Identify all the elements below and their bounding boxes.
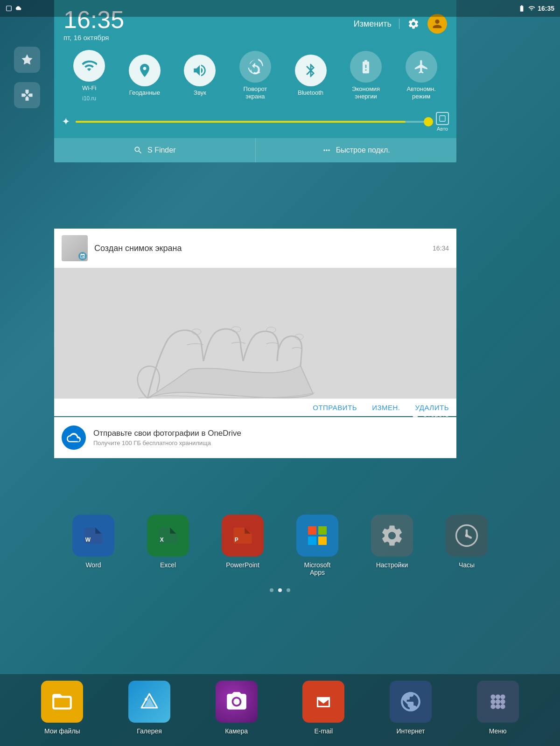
screenshot-notification[interactable]: Создан снимок экрана 16:34 (54, 229, 456, 416)
onedrive-notification[interactable]: Отправьте свои фотографии в OneDrive Пол… (54, 417, 456, 458)
brightness-auto[interactable]: Авто (436, 112, 449, 132)
svg-point-25 (500, 694, 505, 699)
status-signal-icon (528, 5, 535, 12)
dot-1[interactable] (270, 588, 273, 592)
svg-point-16 (465, 534, 469, 537)
svg-text:P: P (235, 537, 238, 543)
dock-gallery[interactable]: Галерея (112, 681, 187, 735)
word-label: Word (85, 561, 101, 569)
toggle-battery-label: Экономияэнергии (352, 85, 380, 101)
excel-label: Excel (160, 561, 176, 569)
dock-menu[interactable]: Меню (461, 681, 535, 735)
svg-point-28 (500, 699, 505, 704)
brightness-thumb (424, 117, 433, 126)
screenshot-preview (54, 268, 456, 398)
menu-label: Меню (489, 727, 507, 735)
dock-camera[interactable]: Камера (199, 681, 274, 735)
toggle-bluetooth[interactable]: Bluetooth (287, 55, 334, 97)
excel-icon: X (147, 515, 189, 557)
app-clock[interactable]: Часы (429, 515, 504, 576)
svg-text:W: W (85, 537, 91, 543)
clear-button[interactable]: Стереть (411, 410, 449, 418)
onedrive-subtitle: Получите 100 ГБ бесплатного хранилища (93, 439, 241, 446)
notifications-area: Создан снимок экрана 16:34 (54, 229, 456, 458)
settings-app-label: Настройки (376, 561, 408, 569)
dock-internet[interactable]: Интернет (373, 681, 448, 735)
files-label: Мои файлы (44, 727, 80, 735)
quick-connect-label: Быстрое подкл. (336, 146, 390, 154)
notification-source: "i10.ru" (62, 410, 83, 418)
internet-label: Интернет (396, 727, 425, 735)
notification-thumbnail (62, 235, 88, 261)
app-settings[interactable]: Настройки (355, 515, 429, 576)
toggle-airplane[interactable]: Автономн.режим (398, 51, 445, 101)
dot-3[interactable] (287, 588, 290, 592)
toggle-battery[interactable]: Экономияэнергии (343, 51, 389, 101)
brightness-fill (76, 121, 406, 123)
brightness-auto-icon (436, 112, 449, 125)
divider (399, 19, 399, 29)
gallery-label: Галерея (137, 727, 162, 735)
dock-email[interactable]: E-mail (286, 681, 361, 735)
toggle-wifi[interactable]: Wi-Fi i10.ru (66, 50, 112, 102)
toggle-wifi-sublabel: i10.ru (82, 95, 96, 102)
sfinder-label: S Finder (147, 146, 175, 154)
app-msapps[interactable]: MicrosoftApps (280, 515, 355, 576)
app-word[interactable]: W Word (56, 515, 131, 576)
toggle-wifi-label: Wi-Fi (82, 84, 96, 92)
menu-icon (477, 681, 519, 723)
app-excel[interactable]: X Excel (131, 515, 205, 576)
settings-icon[interactable] (407, 17, 420, 30)
user-avatar[interactable] (427, 14, 447, 34)
sidebar-icon-game[interactable] (14, 82, 40, 108)
sidebar-icon-star[interactable] (14, 47, 40, 73)
svg-rect-9 (308, 526, 316, 535)
svg-point-26 (490, 699, 495, 704)
onedrive-text: Отправьте свои фотографии в OneDrive Пол… (93, 429, 241, 446)
svg-point-24 (495, 694, 500, 699)
word-icon: W (72, 515, 114, 557)
quick-toggles: Wi-Fi i10.ru Геоданные Звук (54, 46, 456, 109)
toggle-bluetooth-circle (295, 55, 327, 86)
status-time-right: 16:35 (538, 5, 554, 12)
files-icon (41, 681, 83, 723)
status-bar-right: 16:35 (518, 5, 554, 12)
svg-text:X: X (160, 537, 164, 543)
brightness-low-icon: ✦ (62, 116, 70, 128)
svg-point-27 (495, 699, 500, 704)
status-screenshot-icon (6, 5, 12, 12)
app-grid-area: W Word X Excel P (0, 505, 560, 597)
notification-header: Создан снимок экрана 16:34 (54, 229, 456, 268)
gallery-icon (128, 681, 170, 723)
onedrive-icon (62, 425, 86, 450)
app-powerpoint[interactable]: P PowerPoint (205, 515, 280, 576)
toggle-geodata[interactable]: Геоданные (121, 55, 168, 97)
status-battery-icon (518, 5, 525, 12)
toggle-sound[interactable]: Звук (176, 55, 223, 97)
email-icon (302, 681, 344, 723)
status-bar-left (6, 5, 21, 12)
change-button[interactable]: Изменить (354, 19, 392, 29)
quick-connect-button[interactable]: Быстрое подкл. (256, 138, 457, 162)
brightness-track[interactable] (76, 121, 430, 123)
page-dots (0, 584, 560, 597)
notification-badge (78, 252, 87, 260)
toggle-sound-label: Звук (194, 89, 206, 97)
powerpoint-label: PowerPoint (226, 561, 259, 569)
dock-files[interactable]: Мои файлы (25, 681, 99, 735)
sfinder-button[interactable]: S Finder (54, 138, 256, 162)
svg-point-31 (500, 704, 505, 709)
dot-2[interactable] (278, 588, 282, 592)
panel-date-display: пт, 16 октября (63, 34, 124, 42)
status-bar: 16:35 (0, 0, 560, 17)
notification-panel: 16:35 пт, 16 октября Изменить (54, 0, 456, 162)
notification-title: Создан снимок экрана (94, 244, 426, 253)
internet-icon (390, 681, 432, 723)
search-row: S Finder Быстрое подкл. (54, 138, 456, 162)
toggle-rotate[interactable]: Поворотэкрана (232, 51, 279, 101)
brightness-row: ✦ Авто (54, 109, 456, 138)
powerpoint-icon: P (222, 515, 264, 557)
svg-rect-32 (7, 6, 12, 11)
toggle-geodata-label: Геоданные (129, 89, 160, 97)
toggle-geodata-circle (129, 55, 161, 86)
